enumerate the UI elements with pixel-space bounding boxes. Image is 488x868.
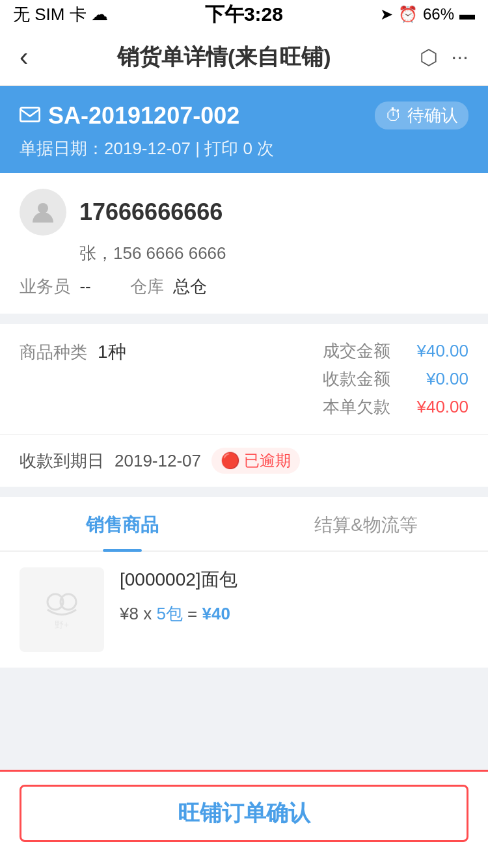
type-value: 1种 bbox=[98, 340, 126, 364]
received-label: 收款金额 bbox=[323, 368, 390, 390]
nav-bar: ‹ 销货单详情(来自旺铺) ⬡ ··· bbox=[0, 29, 488, 86]
order-id-row: SA-20191207-002 ⏱ 待确认 bbox=[20, 102, 468, 129]
status-right: ➤ ⏰ 66% ▬ bbox=[380, 5, 475, 23]
salesperson-value: -- bbox=[79, 277, 90, 296]
product-info: [0000002]面包 ¥8 x 5包 = ¥40 bbox=[120, 567, 468, 625]
nav-right: ⬡ ··· bbox=[420, 45, 468, 70]
tab-sales-products[interactable]: 销售商品 bbox=[0, 497, 244, 550]
order-status: ⏱ 待确认 bbox=[375, 102, 468, 129]
status-bar: 无 SIM 卡 ☁ 下午3:28 ➤ ⏰ 66% ▬ bbox=[0, 0, 488, 29]
page-title: 销货单详情(来自旺铺) bbox=[117, 42, 331, 72]
customer-phone: 17666666666 bbox=[79, 198, 223, 226]
product-qty: 5包 bbox=[156, 604, 182, 623]
nav-left: ‹ bbox=[20, 42, 28, 72]
due-date: 2019-12-07 bbox=[115, 451, 201, 471]
customer-name: 张，156 6666 6666 bbox=[79, 242, 468, 265]
svg-point-1 bbox=[38, 203, 48, 213]
summary-section: 商品种类 1种 成交金额 ¥40.00 收款金额 ¥0.00 本单欠款 ¥40.… bbox=[0, 324, 488, 487]
tabs-row: 销售商品 结算&物流等 bbox=[0, 497, 488, 552]
amount-label: 成交金额 bbox=[323, 340, 390, 362]
status-text: 待确认 bbox=[407, 104, 458, 127]
received-row: 收款金额 ¥0.00 bbox=[323, 368, 468, 390]
due-section: 收款到期日 2019-12-07 🔴 已逾期 bbox=[0, 434, 488, 487]
bottom-bar: 旺铺订单确认 bbox=[0, 770, 488, 868]
order-header: SA-20191207-002 ⏱ 待确认 单据日期：2019-12-07 | … bbox=[0, 86, 488, 173]
due-label: 收款到期日 bbox=[20, 450, 104, 472]
owed-label: 本单欠款 bbox=[323, 396, 390, 418]
tabs-section: 销售商品 结算&物流等 野+ [0000002]面包 ¥8 x 5包 = ¥40 bbox=[0, 497, 488, 668]
order-id-icon bbox=[20, 102, 40, 129]
amount-value: ¥40.00 bbox=[403, 341, 468, 361]
type-label: 商品种类 bbox=[20, 341, 87, 364]
customer-row: 17666666666 bbox=[20, 189, 468, 236]
warehouse-label: 仓库 总仓 bbox=[130, 275, 207, 298]
svg-text:野+: 野+ bbox=[55, 619, 69, 630]
summary-right: 成交金额 ¥40.00 收款金额 ¥0.00 本单欠款 ¥40.00 bbox=[323, 340, 468, 418]
product-price: ¥8 x 5包 = ¥40 bbox=[120, 603, 468, 625]
avatar bbox=[20, 189, 66, 236]
customer-section: 17666666666 张，156 6666 6666 业务员 -- 仓库 总仓 bbox=[0, 173, 488, 314]
product-list: 野+ [0000002]面包 ¥8 x 5包 = ¥40 bbox=[0, 552, 488, 668]
tab-settlement-logistics[interactable]: 结算&物流等 bbox=[244, 497, 488, 550]
product-total: ¥40 bbox=[202, 604, 230, 623]
product-name: [0000002]面包 bbox=[120, 567, 468, 592]
svg-rect-0 bbox=[20, 107, 39, 121]
status-clock-icon: ⏱ bbox=[385, 105, 402, 126]
price-separator: = bbox=[183, 604, 202, 623]
status-time: 下午3:28 bbox=[205, 1, 283, 28]
product-thumbnail: 野+ bbox=[20, 567, 104, 652]
order-id: SA-20191207-002 bbox=[20, 102, 239, 129]
sim-status: 无 SIM 卡 ☁ bbox=[13, 3, 108, 26]
summary-left: 商品种类 1种 bbox=[20, 340, 126, 364]
alarm-icon: ⏰ bbox=[398, 5, 418, 23]
salesperson-label: 业务员 -- bbox=[20, 275, 91, 298]
product-item: 野+ [0000002]面包 ¥8 x 5包 = ¥40 bbox=[20, 567, 468, 652]
overdue-icon: 🔴 bbox=[221, 452, 240, 470]
overdue-text: 已逾期 bbox=[244, 450, 291, 471]
warehouse-value: 总仓 bbox=[173, 277, 207, 296]
location-icon: ➤ bbox=[380, 5, 393, 23]
received-value: ¥0.00 bbox=[403, 369, 468, 389]
overdue-badge: 🔴 已逾期 bbox=[211, 448, 300, 474]
customer-meta: 业务员 -- 仓库 总仓 bbox=[20, 275, 468, 298]
more-icon[interactable]: ··· bbox=[451, 45, 468, 69]
order-id-text: SA-20191207-002 bbox=[48, 102, 239, 129]
back-button[interactable]: ‹ bbox=[20, 42, 28, 72]
status-left: 无 SIM 卡 ☁ bbox=[13, 3, 108, 26]
order-date: 单据日期：2019-12-07 | 打印 0 次 bbox=[20, 137, 468, 160]
battery-icon: ▬ bbox=[459, 5, 475, 23]
owed-row: 本单欠款 ¥40.00 bbox=[323, 396, 468, 418]
share-icon[interactable]: ⬡ bbox=[420, 45, 438, 70]
confirm-button[interactable]: 旺铺订单确认 bbox=[20, 785, 468, 842]
battery-status: 66% bbox=[423, 5, 454, 23]
price-formula: ¥8 x bbox=[120, 604, 156, 623]
amount-row: 成交金额 ¥40.00 bbox=[323, 340, 468, 362]
owed-value: ¥40.00 bbox=[403, 397, 468, 417]
